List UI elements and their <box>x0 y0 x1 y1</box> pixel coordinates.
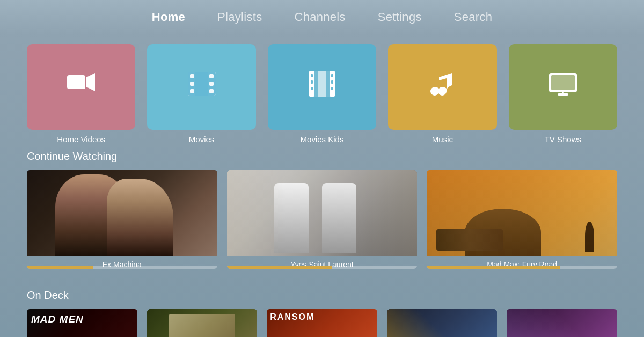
svg-marker-1 <box>86 73 95 91</box>
svg-rect-4 <box>190 74 194 78</box>
video-camera-icon <box>65 68 97 106</box>
film-icon-kids <box>306 68 338 106</box>
svg-rect-17 <box>311 80 313 84</box>
tv-icon <box>547 68 579 106</box>
svg-rect-23 <box>551 75 575 90</box>
od-image-4 <box>387 309 497 337</box>
category-home-videos-label: Home Videos <box>27 135 135 144</box>
category-movies[interactable]: Movies <box>147 44 255 130</box>
continue-watching-title: Continue Watching <box>27 150 617 163</box>
cw-image-ex-machina <box>27 170 217 256</box>
category-movies-kids-label: Movies Kids <box>268 135 376 144</box>
continue-watching-section: Continue Watching Ex Machina <box>27 150 617 269</box>
music-icon <box>426 68 458 106</box>
progress-bar-container-ex-machina <box>27 266 217 269</box>
category-home-videos[interactable]: Home Videos <box>27 44 135 130</box>
svg-rect-21 <box>331 87 333 90</box>
continue-watching-row: Ex Machina Yves Saint Laurent <box>27 170 617 269</box>
svg-rect-19 <box>331 74 333 77</box>
film-icon-movies <box>186 68 218 106</box>
svg-rect-5 <box>190 82 194 86</box>
svg-rect-9 <box>209 89 214 93</box>
svg-rect-16 <box>311 74 313 77</box>
category-music[interactable]: Music <box>388 44 496 130</box>
category-movies-label: Movies <box>147 135 255 144</box>
on-deck-row: MAD MEN RANSOM FROM THE LEVY OF TRUE BLO… <box>27 309 617 337</box>
nav-item-channels[interactable]: Channels <box>294 10 345 24</box>
category-tv-shows[interactable]: TV Shows <box>509 44 617 130</box>
od-image-2 <box>147 309 258 337</box>
svg-rect-10 <box>195 72 208 96</box>
svg-rect-15 <box>318 71 326 97</box>
progress-bar-container-yves <box>227 266 418 269</box>
main-content: Home Videos <box>0 34 644 337</box>
od-image-ransom: RANSOM FROM THE LEVY OF TRUE BLOOD <box>267 309 377 337</box>
category-tv-shows-label: TV Shows <box>509 135 617 144</box>
progress-bar-fill-yves <box>227 266 332 269</box>
nav-item-playlists[interactable]: Playlists <box>217 10 262 24</box>
svg-rect-6 <box>190 89 194 93</box>
svg-rect-0 <box>67 75 85 89</box>
cw-card-mad-max[interactable]: Mad Max: Fury Road <box>427 170 617 269</box>
cw-image-mad-max <box>427 170 617 256</box>
svg-rect-18 <box>311 87 313 90</box>
od-image-mad-men: MAD MEN <box>27 309 137 337</box>
cw-image-yves <box>227 170 418 256</box>
od-card-5[interactable] <box>507 309 617 337</box>
od-label-ransom: RANSOM <box>270 312 314 322</box>
progress-bar-fill-ex-machina <box>27 266 93 269</box>
on-deck-title: On Deck <box>27 289 617 302</box>
od-label-mad-men: MAD MEN <box>31 313 84 325</box>
od-card-4[interactable] <box>387 309 497 337</box>
progress-bar-container-mad-max <box>427 266 617 269</box>
svg-rect-20 <box>331 80 333 84</box>
svg-rect-25 <box>562 92 564 94</box>
cw-card-ex-machina[interactable]: Ex Machina <box>27 170 217 269</box>
od-card-mad-men[interactable]: MAD MEN <box>27 309 137 337</box>
category-music-label: Music <box>388 135 496 144</box>
nav-item-settings[interactable]: Settings <box>378 10 422 24</box>
od-card-2[interactable] <box>147 309 258 337</box>
nav-item-search[interactable]: Search <box>454 10 493 24</box>
od-image-5 <box>507 309 617 337</box>
svg-rect-8 <box>209 82 214 86</box>
od-card-ransom[interactable]: RANSOM FROM THE LEVY OF TRUE BLOOD <box>267 309 377 337</box>
nav-bar: Home Playlists Channels Settings Search <box>0 0 644 34</box>
on-deck-section: On Deck MAD MEN RANSOM <box>27 289 617 337</box>
nav-item-home[interactable]: Home <box>152 10 185 24</box>
svg-rect-7 <box>209 74 214 78</box>
category-movies-kids[interactable]: Movies Kids <box>268 44 376 130</box>
progress-bar-fill-mad-max <box>427 266 560 269</box>
cw-card-yves[interactable]: Yves Saint Laurent <box>227 170 418 269</box>
categories-row: Home Videos <box>27 44 617 130</box>
